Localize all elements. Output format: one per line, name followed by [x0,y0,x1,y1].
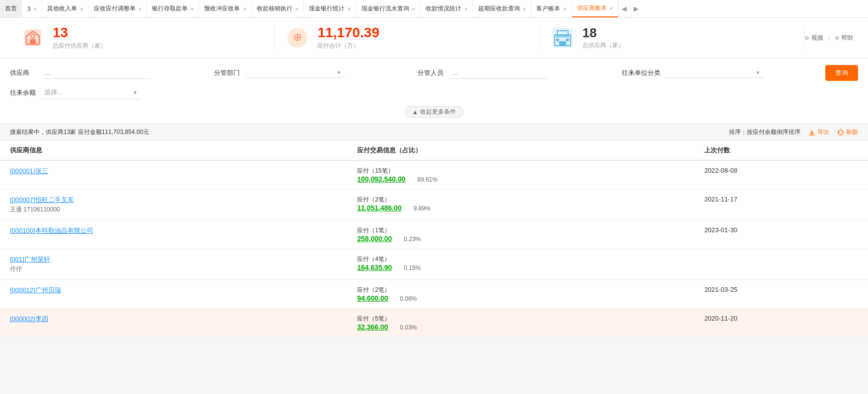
nav-cash-bank-stat-close[interactable]: × [348,6,351,12]
pay-amount-0[interactable]: 100,092,540.00 [357,175,405,183]
nav-customer-ledger-close[interactable]: × [563,6,566,12]
supplier-link-5[interactable]: [000002]李四 [10,315,48,323]
pay-pct-1: 9.89% [414,205,431,212]
supplier-cell-4: [000012]广州贝瑞 [0,280,347,309]
nav-collection-verify[interactable]: 收款核销执行 × [252,0,304,17]
person-label: 分管人员 [418,68,445,77]
supplier-cell-3: [001]广州荣轩仔仔 [0,249,347,280]
nav-home[interactable]: 首页 [0,0,22,17]
last-date-cell-0: 2022-08-08 [694,160,868,190]
pay-amount-2[interactable]: 258,000.00 [357,235,392,243]
nav-overdue-query[interactable]: 超期应收款查询 × [473,0,531,17]
category-label: 往来单位分类 [622,68,660,77]
result-summary-text: 搜索结果中，供应商13家 应付金额111,703,854.00元 [10,128,149,136]
nav-collection-stat-label: 收款情况统计 [426,4,461,13]
supplier-link-0[interactable]: [000001]张三 [10,167,48,175]
nav-pre-receive[interactable]: 预收冲应收单 × [199,0,251,17]
nav-tab3[interactable]: 3 × [22,0,42,17]
pay-cell-3: 应付（4笔）164,635.900.15% [347,249,694,280]
supplier-sub-1: 王通 17106110000 [10,205,337,214]
filter-area: 供应商 分管部门 ▼ 分管人员 往来单位分类 ▼ 查询 往来余额 选择 [0,58,868,124]
balance-select[interactable]: 选择... ▼ [41,86,141,99]
summary-bar: 13 总应付供应商（家） ⊕ 11,170.39 应付合计（万） [0,18,868,58]
nav-ar-ap-adjust[interactable]: 应收应付调整单 × [89,0,147,17]
nav-bank-deposit[interactable]: 银行存取款单 × [147,0,199,17]
nav-pre-receive-close[interactable]: × [243,6,246,12]
supplier-cell-0: [000001]张三 [0,160,347,190]
category-select[interactable]: ▼ [664,68,764,78]
supplier-link-3[interactable]: [001]广州荣轩 [10,256,50,263]
svg-text:⊕: ⊕ [293,31,302,43]
pay-pct-5: 0.03% [400,324,417,331]
nav-overdue-query-close[interactable]: × [523,6,526,12]
last-date-cell-1: 2021-11-17 [694,190,868,220]
dept-select[interactable]: ▼ [245,68,345,78]
nav-other-income[interactable]: 其他收入单 × [42,0,88,17]
pay-cell-4: 应付（2笔）94,600.000.08% [347,280,694,309]
pay-label-1: 应付（2笔） [357,196,684,204]
export-button[interactable]: 导出 [808,128,829,136]
search-button[interactable]: 查询 [825,65,858,81]
nav-supplier-ledger-close[interactable]: × [610,5,613,11]
supplier-link-1[interactable]: [000007]恒旺二手叉车 [10,196,74,203]
pay-amount-4[interactable]: 94,600.00 [357,294,388,302]
nav-ar-ap-adjust-label: 应收应付调整单 [94,4,136,13]
nav-cash-bank-stat[interactable]: 现金银行统计 × [304,0,356,17]
pay-amount-3[interactable]: 164,635.90 [357,263,392,271]
summary-ap-suppliers: 13 总应付供应商（家） [10,25,275,51]
pay-amount-1[interactable]: 11,051,486.00 [357,204,402,212]
total-suppliers-label: 总供应商（家） [582,41,624,50]
nav-other-income-close[interactable]: × [80,6,83,12]
supplier-input[interactable] [41,67,150,79]
table-row: [000001]张三应付（15笔）100,092,540.0089.61%202… [0,160,868,190]
last-date-cell-4: 2021-03-25 [694,280,868,309]
pay-cell-1: 应付（2笔）11,051,486.009.89% [347,190,694,220]
filter-row-2: 往来余额 选择... ▼ [10,86,858,99]
nav-supplier-ledger[interactable]: 供应商账本 × [572,0,618,17]
ap-total-text: 11,170.39 应付合计（万） [317,25,379,50]
table-row: [000007]恒旺二手叉车王通 17106110000应付（2笔）11,051… [0,190,868,220]
pay-label-5: 应付（5笔） [357,315,684,323]
col-pay-info: 应付交易信息（占比） [347,141,694,160]
supplier-cell-1: [000007]恒旺二手叉车王通 17106110000 [0,190,347,220]
nav-customer-ledger[interactable]: 客户账本 × [531,0,572,17]
person-input[interactable] [449,67,548,79]
nav-cash-bank-flow[interactable]: 现金银行流水查询 × [357,0,421,17]
filter-supplier-field: 供应商 [10,67,204,79]
nav-prev[interactable]: ◀ [618,0,630,17]
data-table-container: 供应商信息 应付交易信息（占比） 上次付数 [000001]张三应付（15笔）1… [0,141,868,337]
nav-collection-stat[interactable]: 收款情况统计 × [421,0,473,17]
refresh-button[interactable]: 刷新 [837,128,858,136]
nav-cash-bank-flow-close[interactable]: × [412,6,415,12]
top-nav: 首页 3 × 其他收入单 × 应收应付调整单 × 银行存取款单 × 预收冲应收单… [0,0,868,18]
nav-customer-ledger-label: 客户账本 [536,4,560,13]
pay-cell-5: 应付（5笔）32,366.000.03% [347,309,694,337]
help-link[interactable]: ⊙ 帮助 [835,34,853,42]
nav-other-income-label: 其他收入单 [47,4,77,13]
dept-arrow-icon: ▼ [337,70,342,75]
supplier-link-4[interactable]: [000012]广州贝瑞 [10,286,61,294]
last-date-0: 2022-08-08 [704,167,737,174]
last-date-5: 2020-11-20 [704,315,737,322]
ap-total-icon: ⊕ [285,25,310,51]
dept-label: 分管部门 [214,68,241,77]
pay-amount-5[interactable]: 32,366.00 [357,323,388,331]
refresh-icon [837,129,844,136]
supplier-label: 供应商 [10,68,37,77]
last-date-cell-3 [694,249,868,280]
nav-ar-ap-adjust-close[interactable]: × [139,6,142,12]
nav-collection-verify-close[interactable]: × [295,6,298,12]
export-icon [808,129,815,136]
table-row: [000100]本特勒油品有限公司应付（1笔）258,000.000.23%20… [0,220,868,249]
collapse-button[interactable]: ▲ 收起更多条件 [405,106,463,118]
svg-rect-11 [556,39,559,41]
nav-tab3-close[interactable]: × [34,6,37,12]
svg-rect-12 [566,39,569,41]
video-link[interactable]: ⊙ 视频 [804,34,823,42]
balance-placeholder: 选择... [44,88,133,97]
nav-bank-deposit-close[interactable]: × [191,6,194,12]
nav-next[interactable]: ▶ [630,0,642,17]
supplier-link-2[interactable]: [000100]本特勒油品有限公司 [10,227,93,234]
nav-collection-stat-close[interactable]: × [464,6,467,12]
sort-label[interactable]: 排序：按应付余额倒序排序 [729,128,800,136]
